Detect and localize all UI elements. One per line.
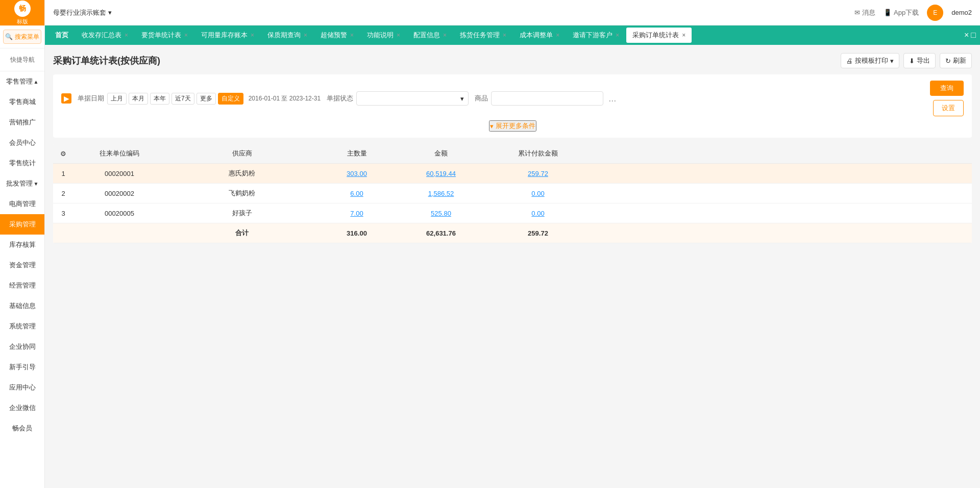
expand-more-button[interactable]: ▾ 展开更多条件 xyxy=(489,120,536,132)
col-qty-header: 主数量 xyxy=(318,144,395,164)
shortcut-this-year[interactable]: 本年 xyxy=(150,93,169,105)
shortcut-this-month[interactable]: 本月 xyxy=(129,93,148,105)
sidebar-item-member[interactable]: 会员中心 xyxy=(0,133,44,153)
tab-close-icon[interactable]: × xyxy=(503,32,506,39)
table-row[interactable]: 2 00020002 飞鹤奶粉 6.00 1,586.52 0.00 xyxy=(53,184,972,203)
paid-link[interactable]: 259.72 xyxy=(528,170,548,177)
tab-function-desc[interactable]: 功能说明 × xyxy=(361,28,406,43)
tab-close-icon[interactable]: × xyxy=(682,32,685,39)
goods-input[interactable] xyxy=(491,91,603,106)
sidebar-item-app-center[interactable]: 应用中心 xyxy=(0,377,44,398)
shortcut-last-month[interactable]: 上月 xyxy=(107,93,127,105)
sidebar-item-label: 基础信息 xyxy=(9,301,36,311)
search-menu-button[interactable]: 🔍 搜索菜单 xyxy=(3,30,41,44)
sidebar-item-retail-shop[interactable]: 零售商城 xyxy=(0,92,44,112)
paid-link[interactable]: 0.00 xyxy=(531,210,544,217)
settings-button[interactable]: 设置 xyxy=(933,100,964,116)
refresh-button[interactable]: ↻ 刷新 xyxy=(940,53,972,68)
tab-home-label: 首页 xyxy=(55,31,68,40)
qty-link[interactable]: 7.00 xyxy=(350,210,363,217)
query-button[interactable]: 查询 xyxy=(930,81,964,96)
tab-close-icon[interactable]: × xyxy=(616,32,619,39)
shortcut-more[interactable]: 更多 xyxy=(197,93,216,105)
sidebar-item-system[interactable]: 系统管理 xyxy=(0,316,44,337)
mobile-icon: 📱 xyxy=(884,9,892,16)
qty-link[interactable]: 6.00 xyxy=(350,190,363,197)
paid-link[interactable]: 0.00 xyxy=(531,190,544,197)
sidebar-item-label: 企业微信 xyxy=(9,403,36,413)
tab-close-icon[interactable]: × xyxy=(184,32,188,39)
settings-icon[interactable]: ⚙ xyxy=(60,150,66,158)
industry-selector[interactable]: 母婴行业演示账套 ▾ xyxy=(53,8,112,17)
tab-close-icon[interactable]: × xyxy=(251,32,254,39)
tab-task-management[interactable]: 拣货任务管理 × xyxy=(454,28,512,43)
tab-close-icon[interactable]: × xyxy=(304,32,307,39)
sidebar-item-wholesale[interactable]: 批发管理 ▼ xyxy=(0,173,44,194)
maximize-button[interactable]: □ xyxy=(971,31,976,40)
sidebar-item-changhui[interactable]: 畅会员 xyxy=(0,418,44,439)
export-button[interactable]: ⬇ 导出 xyxy=(903,53,936,68)
sidebar-item-enterprise-wechat[interactable]: 企业微信 xyxy=(0,398,44,418)
status-label: 单据状态 xyxy=(327,94,353,103)
tab-expiry-query[interactable]: 保质期查询 × xyxy=(261,28,313,43)
more-icon[interactable]: ... xyxy=(608,93,616,104)
expand-icon[interactable]: ▶ xyxy=(61,93,71,104)
tab-receive-summary[interactable]: 收发存汇总表 × xyxy=(76,28,134,43)
col-paid-header: 累计付款金额 xyxy=(487,144,589,164)
sidebar-item-enterprise[interactable]: 企业协同 xyxy=(0,337,44,357)
tab-close-icon[interactable]: × xyxy=(443,32,447,39)
shortcut-7days[interactable]: 近7天 xyxy=(172,93,194,105)
sidebar-item-retail-stats[interactable]: 零售统计 xyxy=(0,153,44,173)
sidebar-item-new-guide[interactable]: 新手引导 xyxy=(0,357,44,377)
app-download-button[interactable]: 📱 App下载 xyxy=(884,8,919,17)
qty-link[interactable]: 303.00 xyxy=(347,170,367,177)
tab-overstock-warning[interactable]: 超储预警 × xyxy=(314,28,360,43)
sidebar-item-operations[interactable]: 经营管理 xyxy=(0,275,44,296)
sidebar-item-ecommerce[interactable]: 电商管理 xyxy=(0,194,44,214)
tab-close-icon[interactable]: × xyxy=(125,32,128,39)
row-supplier: 飞鹤奶粉 xyxy=(165,184,318,203)
filter-toggle[interactable]: ▶ xyxy=(61,93,71,104)
goods-filter: 商品 ... xyxy=(475,91,616,106)
amount-link[interactable]: 525.80 xyxy=(431,210,451,217)
tab-cost-adjust[interactable]: 成本调整单 × xyxy=(513,28,566,43)
sidebar-item-finance[interactable]: 资金管理 xyxy=(0,255,44,275)
template-print-button[interactable]: 🖨 按模板打印 ▾ xyxy=(841,53,899,68)
tab-goods-stats[interactable]: 要货单统计表 × xyxy=(135,28,194,43)
sidebar-item-basic-info[interactable]: 基础信息 xyxy=(0,296,44,316)
filter-row-main: ▶ 单据日期 上月 本月 本年 近7天 更多 自定义 2016 xyxy=(61,81,964,116)
shortcut-custom[interactable]: 自定义 xyxy=(218,93,243,105)
tab-close-icon[interactable]: × xyxy=(397,32,400,39)
tab-label: 可用量库存账本 xyxy=(201,31,248,40)
sidebar-item-label: 库存核算 xyxy=(9,240,36,249)
tab-close-icon[interactable]: × xyxy=(350,32,354,39)
sidebar-item-inventory[interactable]: 库存核算 xyxy=(0,235,44,255)
topbar-left: 母婴行业演示账套 ▾ xyxy=(53,8,112,17)
amount-link[interactable]: 1,586.52 xyxy=(428,190,454,197)
table-row[interactable]: 1 00020001 惠氏奶粉 303.00 60,519.44 259.72 xyxy=(53,164,972,184)
user-name[interactable]: demo2 xyxy=(951,9,972,16)
print-icon: 🖨 xyxy=(846,57,853,65)
topbar: 母婴行业演示账套 ▾ ✉ 消息 📱 App下载 E demo2 xyxy=(45,0,980,25)
amount-link[interactable]: 60,519.44 xyxy=(426,170,456,177)
message-label: 消息 xyxy=(862,8,875,17)
tab-home[interactable]: 首页 xyxy=(49,28,75,43)
tab-invite-downstream[interactable]: 邀请下游客户 × xyxy=(567,28,625,43)
tab-available-inventory[interactable]: 可用量库存账本 × xyxy=(195,28,260,43)
tab-config-info[interactable]: 配置信息 × xyxy=(407,28,453,43)
row-amount: 1,586.52 xyxy=(395,184,487,203)
message-icon: ✉ xyxy=(854,9,860,16)
row-code: 00020005 xyxy=(74,203,165,223)
sidebar-item-retail[interactable]: 零售管理 ▲ xyxy=(0,71,44,92)
tab-close-icon[interactable]: × xyxy=(556,32,559,39)
quick-nav-item[interactable]: 快捷导航 xyxy=(0,52,44,68)
tab-purchase-stats[interactable]: 采购订单统计表 × xyxy=(626,28,692,43)
table-footer: 合计 316.00 62,631.76 259.72 xyxy=(53,223,972,243)
table-row[interactable]: 3 00020005 好孩子 7.00 525.80 0.00 xyxy=(53,203,972,223)
sidebar-item-purchase[interactable]: 采购管理 xyxy=(0,214,44,235)
message-button[interactable]: ✉ 消息 xyxy=(854,8,875,17)
user-avatar[interactable]: E xyxy=(927,5,943,21)
close-all-tabs-button[interactable]: × xyxy=(964,31,969,40)
sidebar-item-marketing[interactable]: 营销推广 xyxy=(0,112,44,133)
status-select[interactable]: ▾ xyxy=(356,91,469,106)
